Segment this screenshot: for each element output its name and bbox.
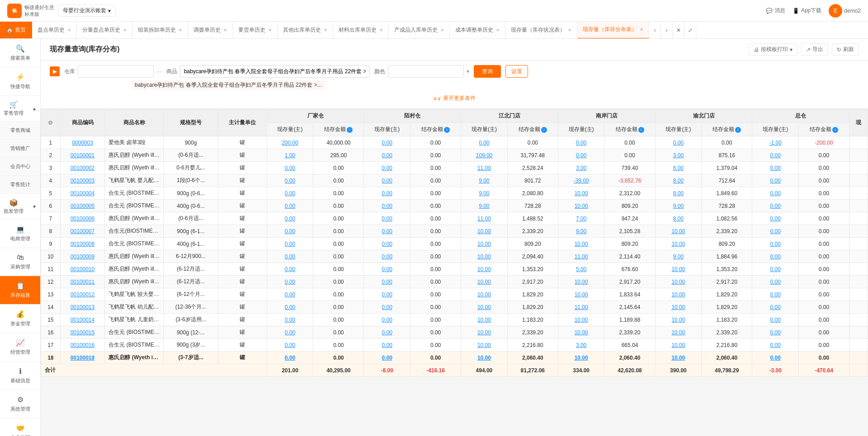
nav-tab-cailiaoochu[interactable]: 材料出库单历史 ✕ — [333, 22, 389, 39]
cell-mucun-qty[interactable]: 0.00 — [364, 276, 410, 288]
close-icon[interactable]: ✕ — [223, 28, 227, 33]
cell-mucun-qty[interactable]: 0.00 — [364, 149, 410, 162]
sidebar-item-member[interactable]: 会员中心 — [0, 158, 40, 176]
table-container[interactable]: ⚙ 商品编码 商品名称 规格型号 主计量单位 厂家仓 陌村仓 江北门店 南岸门店… — [41, 109, 868, 436]
cell-factory-qty[interactable]: 0.00 — [267, 352, 313, 364]
cell-total-qty[interactable]: 0.00 — [752, 238, 798, 250]
sidebar-item-quicknav[interactable]: ⚡ 快捷导航 — [0, 67, 40, 96]
cell-nanan-qty[interactable]: 10.00 — [558, 314, 604, 326]
expand-btn[interactable]: ∨∨ 展开更多条件 — [429, 93, 479, 104]
cell-yubei-qty[interactable]: 8.00 — [655, 187, 701, 200]
cell-mucun-qty[interactable]: 0.00 — [364, 136, 410, 149]
cell-code[interactable]: 00100012 — [60, 288, 105, 301]
cell-yubei-qty[interactable]: 8.00 — [655, 212, 701, 225]
sidebar-item-purchase[interactable]: 🛍 采购管理 — [0, 248, 40, 276]
cell-jiangbei-qty[interactable]: 10.00 — [461, 326, 507, 339]
setting-btn[interactable]: 设置 — [505, 65, 528, 78]
close-icon[interactable]: ✕ — [440, 28, 444, 33]
cell-factory-qty[interactable]: 0.00 — [267, 200, 313, 212]
cell-nanan-qty[interactable]: 0.00 — [558, 136, 604, 149]
cell-yubei-qty[interactable]: 10.00 — [655, 263, 701, 276]
cell-nanan-qty[interactable]: 11.00 — [558, 250, 604, 263]
cell-code[interactable]: 00100014 — [60, 314, 105, 326]
cell-jiangbei-qty[interactable]: 10.00 — [461, 225, 507, 238]
cell-yubei-qty[interactable]: 10.00 — [655, 326, 701, 339]
cell-code[interactable]: 00100002 — [60, 162, 105, 174]
cell-nanan-qty[interactable]: 10.00 — [558, 187, 604, 200]
cell-yubei-qty[interactable]: 0.00 — [655, 136, 701, 149]
info-icon[interactable]: i — [638, 127, 644, 133]
cell-factory-qty[interactable]: 0.00 — [267, 339, 313, 352]
cell-yubei-qty[interactable]: 10.00 — [655, 301, 701, 314]
export-btn[interactable]: ↗ 导出 — [801, 43, 828, 56]
app-download-btn[interactable]: 📱 App下载 — [793, 7, 821, 14]
cell-jiangbei-qty[interactable]: 10.00 — [461, 301, 507, 314]
query-btn[interactable]: 查询 — [474, 65, 501, 78]
cell-code[interactable]: 00100013 — [60, 301, 105, 314]
cell-mucun-qty[interactable]: 0.00 — [364, 314, 410, 326]
info-icon[interactable]: i — [444, 127, 450, 133]
nav-prev-btn[interactable]: ‹ — [649, 22, 661, 39]
cell-factory-qty[interactable]: 0.00 — [267, 250, 313, 263]
cell-jiangbei-qty[interactable]: 10.00 — [461, 288, 507, 301]
info-icon[interactable]: i — [832, 127, 838, 133]
settings-icon[interactable]: ⚙ — [48, 120, 53, 126]
info-icon[interactable]: i — [735, 127, 741, 133]
cell-total-qty[interactable]: 0.00 — [752, 339, 798, 352]
cell-total-qty[interactable]: 0.00 — [752, 314, 798, 326]
nav-tab-diaobodanji[interactable]: 调拨单历史 ✕ — [188, 22, 233, 39]
cell-code[interactable]: 00100016 — [60, 339, 105, 352]
sidebar-item-retail-stats[interactable]: 零售统计 — [0, 176, 40, 194]
cell-factory-qty[interactable]: 0.00 — [267, 276, 313, 288]
sidebar-item-search[interactable]: 🔍 搜索英单 — [0, 39, 40, 67]
cell-yubei-qty[interactable]: 9.00 — [655, 250, 701, 263]
cell-code[interactable]: 00100007 — [60, 225, 105, 238]
nav-next-btn[interactable]: › — [661, 22, 673, 39]
cell-yubei-qty[interactable]: 10.00 — [655, 352, 701, 364]
cell-total-qty[interactable]: 0.00 — [752, 225, 798, 238]
close-icon[interactable]: ✕ — [67, 28, 71, 33]
cell-yubei-qty[interactable]: 10.00 — [655, 314, 701, 326]
nav-tab-fenpandian[interactable]: 分量盘点单历史 ✕ — [77, 22, 132, 39]
cell-nanan-qty[interactable]: 7.00 — [558, 212, 604, 225]
cell-code[interactable]: 00100006 — [60, 212, 105, 225]
cell-total-qty[interactable]: 0.00 — [752, 326, 798, 339]
cell-jiangbei-qty[interactable]: 11.00 — [461, 212, 507, 225]
refresh-btn[interactable]: ↻ 刷新 — [832, 43, 859, 56]
nav-tab-home[interactable]: 🏠 首页 — [0, 22, 32, 39]
cell-jiangbei-qty[interactable]: 9.00 — [461, 187, 507, 200]
sidebar-item-retail-mall[interactable]: 零售商城 — [0, 122, 40, 140]
collapse-arrow-btn[interactable]: ▶ — [50, 66, 60, 76]
cell-code[interactable]: 00100011 — [60, 276, 105, 288]
th-settings[interactable]: ⚙ — [41, 109, 61, 136]
cell-factory-qty[interactable]: 0.00 — [267, 263, 313, 276]
cell-code[interactable]: 00100001 — [60, 149, 105, 162]
cell-nanan-qty[interactable]: 10.00 — [558, 238, 604, 250]
cell-mucun-qty[interactable]: 0.00 — [364, 301, 410, 314]
cell-factory-qty[interactable]: 0.00 — [267, 238, 313, 250]
cell-total-qty[interactable]: 0.00 — [752, 200, 798, 212]
cell-factory-qty[interactable]: 200.00 — [267, 136, 313, 149]
cell-jiangbei-qty[interactable]: 9.00 — [461, 174, 507, 187]
cell-nanan-qty[interactable]: 3.00 — [558, 162, 604, 174]
cell-nanan-qty[interactable]: 10.00 — [558, 288, 604, 301]
cell-yubei-qty[interactable]: 10.00 — [655, 288, 701, 301]
sidebar-item-inventory[interactable]: 📋 库存核算 — [0, 276, 40, 305]
cell-jiangbei-qty[interactable]: 0.00 — [461, 136, 507, 149]
cell-code[interactable]: 00100005 — [60, 200, 105, 212]
cell-mucun-qty[interactable]: 0.00 — [364, 174, 410, 187]
cell-mucun-qty[interactable]: 0.00 — [364, 288, 410, 301]
cell-nanan-qty[interactable]: 3.00 — [558, 339, 604, 352]
cell-jiangbei-qty[interactable]: 11.00 — [461, 162, 507, 174]
cell-factory-qty[interactable]: 0.00 — [267, 212, 313, 225]
nav-tab-xiancun-kuangkuang[interactable]: 现存量（库存状况表） ✕ — [505, 22, 577, 39]
cell-code[interactable]: 00100018 — [60, 352, 105, 364]
cell-code[interactable]: 00100009 — [60, 250, 105, 263]
close-icon[interactable]: ✕ — [496, 28, 500, 33]
cell-code[interactable]: 00100010 — [60, 263, 105, 276]
cell-code[interactable]: 0000003 — [60, 136, 105, 149]
sidebar-item-finance[interactable]: 💰 资金管理 — [0, 305, 40, 333]
sidebar-item-wholesale[interactable]: 📦 批发管理 ▼ — [0, 194, 40, 220]
account-selector[interactable]: 母婴行业演示账套 ▾ — [58, 5, 116, 17]
cell-yubei-qty[interactable]: 6.00 — [655, 162, 701, 174]
